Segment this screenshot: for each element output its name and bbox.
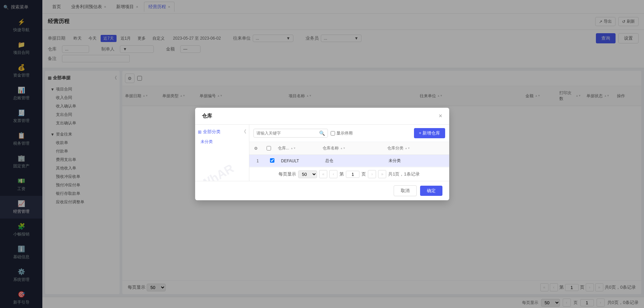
modal-row-category: 未分类 — [386, 157, 449, 164]
modal-pagination: 每页显示 50 100 « ‹ 第 页 › » 共1页，1条记录 — [249, 167, 449, 181]
modal-select-all[interactable] — [267, 146, 271, 150]
modal-toolbar: 🔍 显示停用 + 新增仓库 — [249, 125, 449, 142]
watermark-text: WhAR — [198, 155, 247, 181]
modal-total-info: 共1页，1条记录 — [388, 171, 419, 177]
sort-category-icon[interactable]: ▲▼ — [405, 147, 410, 150]
modal-table: ⚙ 仓库... ▲▼ 仓库名称 ▲▼ — [249, 142, 449, 167]
modal-table-row[interactable]: 1 DEFAULT 总仓 未分类 — [249, 155, 449, 167]
modal-search-input[interactable] — [256, 131, 318, 136]
modal-th-gear: ⚙ — [249, 144, 263, 152]
add-warehouse-button[interactable]: + 新增仓库 — [414, 128, 445, 138]
modal-row-check — [266, 158, 278, 164]
modal-left-panel: ⊞ 全部分类 《 未分类 WhAR — [195, 125, 249, 181]
modal-row-name: 总仓 — [323, 157, 386, 164]
modal-cancel-button[interactable]: 取消 — [394, 185, 417, 196]
grid-icon-modal: ⊞ — [198, 129, 202, 135]
modal-right-panel: 🔍 显示停用 + 新增仓库 ⚙ — [249, 125, 449, 181]
modal-category-unclassified[interactable]: 未分类 — [198, 138, 246, 146]
modal-confirm-button[interactable]: 确定 — [420, 186, 442, 196]
modal-header: 仓库 × — [195, 108, 449, 125]
modal-page-size-select[interactable]: 50 100 — [298, 170, 317, 178]
modal-th-code: 仓库... ▲▼ — [275, 144, 320, 152]
modal-search-box: 🔍 — [253, 129, 328, 138]
modal-body: ⊞ 全部分类 《 未分类 WhAR 🔍 — [195, 125, 449, 181]
modal-search-icon: 🔍 — [319, 130, 325, 136]
modal-title: 仓库 — [202, 113, 212, 119]
modal-prev-page[interactable]: ‹ — [329, 170, 337, 178]
modal-next-page[interactable]: › — [368, 170, 376, 178]
modal-row-checkbox[interactable] — [270, 158, 274, 163]
sort-name-icon[interactable]: ▲▼ — [340, 147, 346, 150]
modal-footer: 取消 确定 — [195, 181, 449, 200]
modal-table-header: ⚙ 仓库... ▲▼ 仓库名称 ▲▼ — [249, 142, 449, 155]
modal-first-page[interactable]: « — [319, 170, 327, 178]
modal-page-input[interactable] — [346, 171, 359, 178]
modal-close-button[interactable]: × — [439, 112, 442, 120]
show-disabled-checkbox[interactable] — [331, 131, 335, 136]
modal-left-header: ⊞ 全部分类 《 — [198, 127, 246, 138]
modal-th-name: 仓库名称 ▲▼ — [320, 144, 385, 152]
modal-collapse-btn[interactable]: 《 — [242, 129, 246, 135]
modal-category-title: ⊞ 全部分类 — [198, 129, 221, 135]
modal-last-page[interactable]: » — [378, 170, 386, 178]
modal-table-gear-icon[interactable]: ⚙ — [254, 146, 258, 151]
warehouse-modal: 仓库 × ⊞ 全部分类 《 未分类 WhAR — [195, 108, 449, 200]
modal-row-seq: 1 — [249, 158, 266, 164]
sort-code-icon[interactable]: ▲▼ — [291, 147, 296, 150]
modal-row-code: DEFAULT — [278, 158, 323, 164]
show-disabled-label: 显示停用 — [331, 130, 353, 136]
modal-overlay[interactable]: 仓库 × ⊞ 全部分类 《 未分类 WhAR — [0, 0, 644, 308]
modal-th-category: 仓库分类 ▲▼ — [385, 144, 449, 152]
modal-th-check — [263, 144, 275, 152]
